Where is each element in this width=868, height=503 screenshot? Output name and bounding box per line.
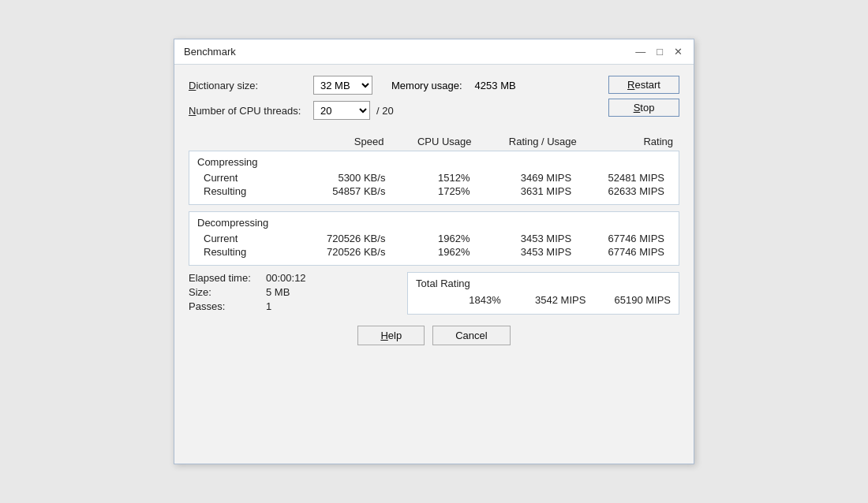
top-controls: Dictionary size: 32 MB 64 MB 128 MB 256 …: [189, 76, 679, 126]
elapsed-time-label: Elapsed time:: [189, 272, 260, 284]
comp-resulting-rating: 62633 MIPS: [578, 184, 671, 198]
decomp-resulting-row: Resulting 720526 KB/s 1962% 3453 MIPS 67…: [197, 245, 671, 259]
passes-value: 1: [266, 300, 271, 312]
memory-label: Memory usage:: [391, 80, 462, 91]
size-label: Size:: [189, 286, 260, 298]
passes-row: Passes: 1: [189, 300, 401, 312]
compressing-table: Current 5300 KB/s 1512% 3469 MIPS 52481 …: [197, 171, 671, 198]
help-button[interactable]: Help: [357, 326, 425, 345]
window-title: Benchmark: [184, 46, 236, 58]
size-row: Size: 5 MB: [189, 286, 401, 298]
decomp-resulting-rating: 67746 MIPS: [578, 245, 671, 259]
decomp-current-row: Current 720526 KB/s 1962% 3453 MIPS 6774…: [197, 232, 671, 245]
elapsed-time-row: Elapsed time: 00:00:12: [189, 272, 401, 284]
dictionary-select[interactable]: 32 MB 64 MB 128 MB 256 MB 512 MB 1 GB: [313, 76, 372, 95]
compressing-resulting-row: Resulting 54857 KB/s 1725% 3631 MIPS 626…: [197, 184, 671, 198]
benchmark-window: Benchmark — □ ✕ Dictionary size: 32 MB 6…: [174, 39, 694, 464]
maximize-button[interactable]: □: [653, 47, 666, 57]
size-value: 5 MB: [266, 286, 290, 298]
elapsed-box: Elapsed time: 00:00:12 Size: 5 MB Passes…: [189, 272, 401, 315]
decomp-resulting-cpu: 1962%: [391, 245, 476, 259]
bottom-buttons: Help Cancel: [189, 326, 679, 352]
title-bar-controls: — □ ✕: [632, 47, 686, 57]
title-bar: Benchmark — □ ✕: [174, 39, 694, 65]
decompressing-table: Current 720526 KB/s 1962% 3453 MIPS 6774…: [197, 232, 671, 259]
decomp-current-rating: 67746 MIPS: [578, 232, 671, 245]
col-header-rating-usage: Rating / Usage: [478, 134, 583, 149]
left-controls: Dictionary size: 32 MB 64 MB 128 MB 256 …: [189, 76, 600, 126]
compressing-section: Compressing Current 5300 KB/s 1512% 3469…: [189, 151, 679, 205]
decompressing-section: Decompressing Current 720526 KB/s 1962% …: [189, 211, 679, 266]
decomp-current-label: Current: [197, 232, 299, 245]
col-header-operation: [189, 134, 294, 149]
col-header-speed: Speed: [294, 134, 390, 149]
comp-current-label: Current: [197, 171, 299, 184]
total-rating: 65190 MIPS: [586, 294, 671, 306]
elapsed-time-value: 00:00:12: [266, 272, 306, 284]
decomp-resulting-label: Resulting: [197, 245, 299, 259]
comp-current-rating: 52481 MIPS: [578, 171, 671, 184]
cpu-threads-label: Number of CPU threads:: [189, 105, 307, 117]
total-rating-usage: 3542 MIPS: [501, 294, 586, 306]
cpu-threads-row: Number of CPU threads: 1 2 4 8 16 20 / 2…: [189, 101, 600, 120]
cancel-button[interactable]: Cancel: [432, 326, 510, 345]
decomp-current-cpu: 1962%: [391, 232, 476, 245]
comp-current-speed: 5300 KB/s: [299, 171, 392, 184]
col-header-cpu: CPU Usage: [390, 134, 477, 149]
column-headers-table: Speed CPU Usage Rating / Usage Rating: [189, 134, 679, 149]
decomp-resulting-speed: 720526 KB/s: [299, 245, 392, 259]
threads-of-label: / 20: [376, 105, 394, 117]
memory-value: 4253 MB: [475, 80, 530, 91]
passes-label: Passes:: [189, 300, 260, 312]
comp-resulting-label: Resulting: [197, 184, 299, 198]
col-header-rating: Rating: [583, 134, 679, 149]
stop-button[interactable]: Stop: [608, 99, 679, 117]
comp-current-cpu: 1512%: [391, 171, 476, 184]
total-cpu-usage: 1843%: [416, 294, 501, 306]
decomp-current-rating-usage: 3453 MIPS: [477, 232, 578, 245]
decomp-resulting-rating-usage: 3453 MIPS: [477, 245, 578, 259]
comp-resulting-speed: 54857 KB/s: [299, 184, 392, 198]
comp-current-rating-usage: 3469 MIPS: [477, 171, 578, 184]
decomp-current-speed: 720526 KB/s: [299, 232, 392, 245]
dictionary-label: Dictionary size:: [189, 80, 307, 91]
decompressing-header: Decompressing: [197, 217, 671, 229]
cpu-threads-select[interactable]: 1 2 4 8 16 20: [313, 101, 370, 120]
total-rating-values: 1843% 3542 MIPS 65190 MIPS: [416, 294, 671, 306]
total-rating-title: Total Rating: [416, 278, 671, 289]
window-content: Dictionary size: 32 MB 64 MB 128 MB 256 …: [174, 65, 694, 361]
bottom-section: Elapsed time: 00:00:12 Size: 5 MB Passes…: [189, 272, 679, 315]
comp-resulting-cpu: 1725%: [391, 184, 476, 198]
restart-button[interactable]: Restart: [608, 76, 679, 94]
dictionary-row: Dictionary size: 32 MB 64 MB 128 MB 256 …: [189, 76, 600, 95]
action-buttons: Restart Stop: [608, 76, 679, 117]
minimize-button[interactable]: —: [632, 47, 649, 57]
comp-resulting-rating-usage: 3631 MIPS: [477, 184, 578, 198]
compressing-current-row: Current 5300 KB/s 1512% 3469 MIPS 52481 …: [197, 171, 671, 184]
close-button[interactable]: ✕: [671, 47, 686, 57]
total-rating-box: Total Rating 1843% 3542 MIPS 65190 MIPS: [407, 272, 679, 315]
compressing-header: Compressing: [197, 156, 671, 168]
